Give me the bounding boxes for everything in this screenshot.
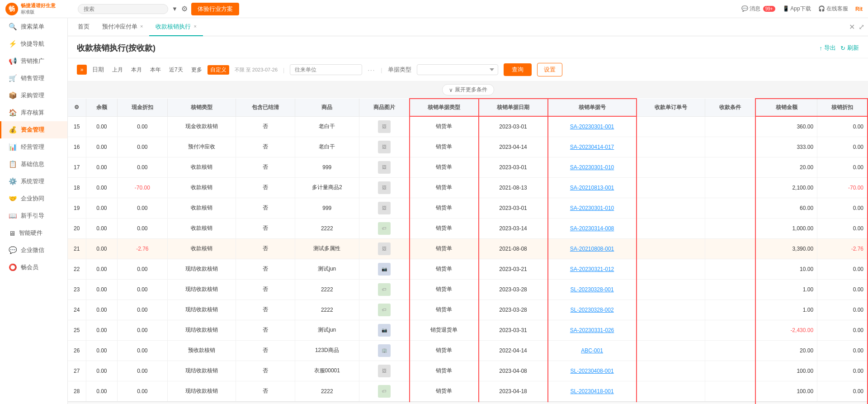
- cell-bill-no[interactable]: SA-20230301-001: [548, 116, 637, 137]
- bill-type-select[interactable]: [417, 64, 498, 75]
- app-download-link[interactable]: 📱 App下载: [783, 5, 811, 13]
- sidebar-item-marketing[interactable]: 📢 营销推广: [0, 52, 67, 70]
- cell-cash-discount: 0.00: [118, 157, 167, 177]
- cell-bill-no[interactable]: SL-20230328-001: [548, 279, 637, 299]
- table-row: 19 0.00 0.00 收款核销 否 999 🖼 销货单 2023-03-01…: [68, 198, 868, 218]
- tab-expand-icon[interactable]: ⤢: [859, 23, 864, 31]
- cell-receipt-condition: [705, 218, 755, 238]
- cell-bill-no[interactable]: SA-20210808-001: [548, 238, 637, 259]
- setting-button[interactable]: 设置: [537, 63, 562, 76]
- tab-receipt-exec[interactable]: 收款核销执行 ×: [149, 18, 203, 36]
- bill-no-link[interactable]: SL-20230328-001: [571, 286, 614, 293]
- table-row: 18 0.00 -70.00 收款核销 否 多计量商品2 🖼 销货单 2021-…: [68, 177, 868, 198]
- cell-product-img: 📷: [359, 320, 409, 340]
- tab-prepay-close[interactable]: ×: [140, 24, 143, 29]
- query-button[interactable]: 查询: [504, 63, 532, 76]
- bill-no-link[interactable]: SA-20210808-001: [570, 246, 614, 252]
- cell-write-off-amount: 100.00: [755, 381, 817, 402]
- online-service-link[interactable]: 🎧 在线客服: [818, 5, 848, 13]
- filter-expand-button[interactable]: »: [77, 65, 87, 75]
- sidebar-item-sales[interactable]: 🛒 销售管理: [0, 70, 67, 87]
- col-settings[interactable]: ⚙: [68, 99, 86, 116]
- bill-no-link[interactable]: ABC-001: [581, 347, 603, 354]
- sidebar-item-corp[interactable]: 🤝 企业协同: [0, 190, 67, 207]
- tab-receipt-exec-close[interactable]: ×: [193, 24, 196, 29]
- bill-no-link[interactable]: SA-20230301-010: [570, 164, 614, 171]
- sidebar-item-search[interactable]: 🔍 搜索菜单: [0, 18, 67, 35]
- date-last-month[interactable]: 上月: [109, 65, 126, 75]
- user-label[interactable]: Rit: [855, 6, 863, 12]
- bill-no-link[interactable]: SA-20230301-010: [570, 205, 614, 211]
- customer-filter-input[interactable]: [290, 64, 362, 75]
- cell-bill-no[interactable]: SA-20230301-010: [548, 198, 637, 218]
- sidebar-item-member[interactable]: ⭕ 畅会员: [0, 259, 67, 276]
- sidebar-item-sys[interactable]: ⚙️ 系统管理: [0, 173, 67, 190]
- expand-more-button[interactable]: ∨ 展开更多条件: [442, 84, 494, 95]
- sidebar-item-wechat[interactable]: 💬 企业微信: [0, 242, 67, 259]
- search-input[interactable]: [78, 4, 168, 14]
- sidebar-item-guide[interactable]: 📖 新手引导: [0, 207, 67, 224]
- gear-icon[interactable]: ⚙: [181, 5, 188, 13]
- sidebar-item-label: 智能硬件: [19, 229, 42, 237]
- tab-prepay[interactable]: 预付冲应付单 ×: [96, 18, 149, 36]
- sidebar-item-label: 企业协同: [21, 195, 44, 203]
- bill-no-link[interactable]: SA-20230314-008: [570, 225, 614, 232]
- cell-receipt-condition: [705, 279, 755, 299]
- sidebar-item-inventory[interactable]: 🏠 库存核算: [0, 104, 67, 121]
- product-thumbnail: 🏷: [378, 304, 391, 316]
- dropdown-toggle[interactable]: ▼: [172, 5, 178, 12]
- cell-bill-no[interactable]: SA-20230414-017: [548, 137, 637, 157]
- cell-bill-no[interactable]: SA-20230301-010: [548, 157, 637, 177]
- biz-icon: 📊: [9, 143, 17, 151]
- cell-no: 24: [68, 299, 86, 320]
- cell-bill-no[interactable]: SL-20230408-001: [548, 361, 637, 381]
- bill-no-link[interactable]: SA-20230301-001: [570, 124, 614, 130]
- date-custom[interactable]: 自定义: [208, 65, 229, 75]
- cell-bill-no[interactable]: SA-20210813-001: [548, 177, 637, 198]
- trial-button[interactable]: 体验行业方案: [191, 3, 239, 15]
- cell-cash-discount: 0.00: [118, 116, 167, 137]
- bill-no-link[interactable]: SA-20230321-012: [570, 266, 614, 272]
- sidebar-item-smarthw[interactable]: 🖥 智能硬件: [0, 224, 67, 242]
- cell-cash-discount: 0.00: [118, 361, 167, 381]
- tab-home[interactable]: 首页: [71, 18, 96, 36]
- cell-no: 18: [68, 177, 86, 198]
- tab-close-all-icon[interactable]: ✕: [849, 23, 855, 31]
- cell-bill-type: 销货单: [410, 259, 479, 279]
- bill-no-link[interactable]: SL-20230408-001: [571, 368, 614, 374]
- bill-no-link[interactable]: SA-20210813-001: [570, 185, 614, 191]
- date-this-year[interactable]: 本年: [147, 65, 164, 75]
- cell-no: 25: [68, 320, 86, 340]
- cell-bill-no[interactable]: SA-20230321-012: [548, 259, 637, 279]
- sidebar-item-basic[interactable]: 📋 基础信息: [0, 156, 67, 173]
- cell-bill-no[interactable]: SA-20230314-008: [548, 218, 637, 238]
- date-more[interactable]: 更多: [189, 65, 205, 75]
- cell-bill-no[interactable]: SA-20230331-026: [548, 320, 637, 340]
- cell-cash-discount: -2.76: [118, 238, 167, 259]
- cell-write-off-amount: 333.00: [755, 137, 817, 157]
- filter-bar: » 日期 上月 本月 本年 近7天 更多 自定义 不限 至 2023-07-26…: [68, 58, 868, 81]
- cell-receipt-condition: [705, 238, 755, 259]
- cell-bill-no[interactable]: SL-20230418-001: [548, 381, 637, 402]
- date-this-month[interactable]: 本月: [128, 65, 145, 75]
- sidebar-item-biz[interactable]: 📊 经营管理: [0, 138, 67, 156]
- bill-no-link[interactable]: SL-20230418-001: [571, 388, 614, 394]
- cell-bill-no[interactable]: SL-20230328-002: [548, 299, 637, 320]
- refresh-button[interactable]: ↻ 刷新: [840, 44, 859, 52]
- date-7-days[interactable]: 近7天: [166, 65, 186, 75]
- sidebar-item-label: 快捷导航: [21, 40, 44, 48]
- sidebar-item-quicknav[interactable]: ⚡ 快捷导航: [0, 35, 67, 52]
- date-filter-label: 日期: [92, 66, 104, 74]
- export-button[interactable]: ↑ 导出: [820, 44, 836, 52]
- cell-write-off-type: 现结收款核销: [167, 259, 236, 279]
- bill-no-link[interactable]: SA-20230331-026: [570, 327, 614, 333]
- bill-no-link[interactable]: SL-20230328-002: [571, 307, 614, 313]
- cell-bill-no[interactable]: ABC-001: [548, 340, 637, 361]
- sidebar-item-purchase[interactable]: 📦 采购管理: [0, 87, 67, 104]
- cell-write-off-type: 现结收款核销: [167, 361, 236, 381]
- cell-cash-discount: 0.00: [118, 381, 167, 402]
- bill-no-link[interactable]: SA-20230414-017: [570, 144, 614, 150]
- message-item[interactable]: 💬 消息 99+: [741, 5, 775, 13]
- sidebar-item-finance[interactable]: 💰 资金管理: [0, 121, 67, 138]
- table-row: 20 0.00 0.00 收款核销 否 2222 🏷 销货单 2023-03-1…: [68, 218, 868, 238]
